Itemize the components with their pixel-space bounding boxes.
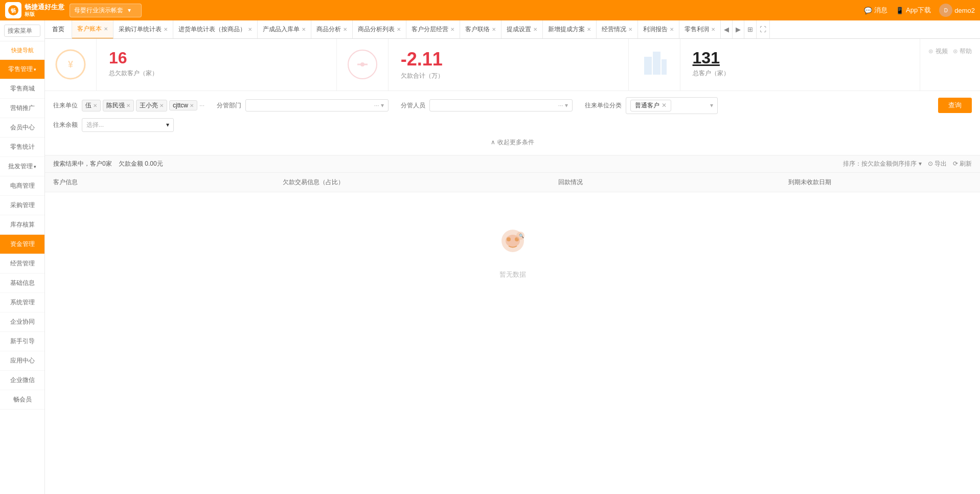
tab-product-inbound[interactable]: 产成品入库单 ✕ (258, 20, 311, 39)
logo-icon: 畅 (5, 2, 21, 18)
sidebar-item-retail-stats[interactable]: 零售统计 (0, 138, 44, 157)
sidebar-item-ecom-mgmt[interactable]: 电商管理 (0, 176, 44, 196)
tab-ops-status[interactable]: 经营情况 ✕ (597, 20, 638, 39)
close-tab-customer-tier[interactable]: ✕ (450, 27, 454, 32)
sidebar-item-corp-wechat[interactable]: 企业微信 (0, 371, 44, 390)
tab-profit-report[interactable]: 利润报告 ✕ (638, 20, 679, 39)
close-tab-product-analysis-list[interactable]: ✕ (397, 27, 401, 32)
empty-icon: 🔍 (492, 223, 533, 264)
tag-group: 伍 ✕ 陈民强 ✕ 王小亮 ✕ (82, 100, 204, 111)
more-tags-btn[interactable]: ··· (199, 102, 204, 109)
tab-new-plan[interactable]: 新增提成方案 ✕ (543, 20, 597, 39)
tab-nav-prev[interactable]: ◀ (721, 20, 733, 39)
close-tab-purchase-order[interactable]: ✕ (164, 27, 168, 32)
dept-arrow: ··· ▾ (374, 102, 384, 109)
sort-dropdown[interactable]: 排序：按欠款金额倒序排序 ▾ (843, 160, 922, 168)
dept-dropdown[interactable]: ··· ▾ (245, 99, 389, 111)
close-tab-customer-contact[interactable]: ✕ (492, 27, 496, 32)
remove-tag-wang[interactable]: ✕ (159, 103, 164, 108)
search-input[interactable] (4, 25, 40, 37)
refresh-btn[interactable]: ⟳ 刷新 (953, 160, 972, 168)
sidebar-item-retail-mall[interactable]: 零售商城 (0, 79, 44, 99)
data-table: 客户信息 欠款交易信息（占比） 回款情况 到期未收款日期 (45, 173, 980, 494)
close-tab-raise-settings[interactable]: ✕ (533, 27, 537, 32)
account-selector[interactable]: 母婴行业演示帐套 ▾ (70, 4, 142, 17)
summary-row: ¥ 16 总欠款客户（家） (45, 39, 980, 91)
close-tab-customer-account[interactable]: ✕ (104, 26, 108, 32)
query-button[interactable]: 查询 (938, 98, 972, 113)
sidebar-item-sys-mgmt[interactable]: 系统管理 (0, 293, 44, 312)
tag-wang[interactable]: 王小亮 ✕ (136, 100, 167, 111)
result-summary: 搜索结果中，客户0家 欠款金额 0.00元 (53, 160, 163, 168)
sidebar-item-marketing[interactable]: 营销推广 (0, 99, 44, 118)
tab-customer-tier[interactable]: 客户分层经营 ✕ (406, 20, 460, 39)
svg-point-5 (360, 62, 364, 66)
unit-class-tag[interactable]: 普通客户 ✕ (630, 100, 671, 111)
dept-label: 分管部门 (217, 101, 241, 110)
tab-raise-settings[interactable]: 提成设置 ✕ (502, 20, 543, 39)
sidebar-item-app-center[interactable]: 应用中心 (0, 351, 44, 371)
close-tab-retail-profit[interactable]: ✕ (711, 27, 715, 32)
tab-incoming-stats[interactable]: 进货单统计表（按商品） ✕ (173, 20, 258, 39)
sidebar-item-inventory[interactable]: 库存核算 (0, 215, 44, 235)
tab-home[interactable]: 首页 (45, 20, 72, 39)
remove-tag-cjttcw[interactable]: ✕ (190, 103, 194, 108)
remove-unit-class-tag[interactable]: ✕ (662, 102, 667, 109)
collapse-row: ∧ 收起更多条件 (53, 136, 972, 149)
sidebar-item-ops-mgmt[interactable]: 经营管理 (0, 254, 44, 274)
balance-select[interactable]: 选择... ▾ (82, 118, 174, 132)
tab-customer-account[interactable]: 客户账本 ✕ (72, 20, 113, 39)
close-tab-ops-status[interactable]: ✕ (628, 27, 632, 32)
tab-product-analysis-list[interactable]: 商品分析列表 ✕ (353, 20, 406, 39)
message-btn[interactable]: 💬 消息 (864, 6, 887, 15)
person-dropdown[interactable]: ··· ▾ (429, 99, 573, 111)
collapse-button[interactable]: ∧ 收起更多条件 (485, 136, 540, 149)
close-tab-product-inbound[interactable]: ✕ (302, 27, 306, 32)
avatar: D (939, 4, 952, 17)
sidebar-item-member-center[interactable]: 会员中心 (0, 118, 44, 138)
total-debt-label: 欠款合计（万） (401, 72, 444, 80)
sidebar-item-corp-collab[interactable]: 企业协同 (0, 312, 44, 332)
unit-class-dropdown[interactable]: 普通客户 ✕ ▾ (626, 97, 718, 114)
app-icon: 📱 (896, 7, 904, 14)
svg-rect-6 (644, 57, 652, 75)
sidebar-item-finance-mgmt[interactable]: 资金管理 (0, 235, 44, 254)
sidebar-item-vip-member[interactable]: 畅会员 (0, 390, 44, 410)
export-btn[interactable]: ⊙ 导出 (928, 160, 947, 168)
close-tab-incoming-stats[interactable]: ✕ (248, 27, 252, 32)
close-tab-new-plan[interactable]: ✕ (587, 27, 591, 32)
tag-chen[interactable]: 陈民强 ✕ (103, 100, 134, 111)
tag-wu[interactable]: 伍 ✕ (82, 100, 101, 111)
collapse-icon: ∧ (491, 139, 495, 146)
remove-tag-chen[interactable]: ✕ (126, 103, 130, 108)
sidebar-item-quick-nav[interactable]: 快捷导航 (0, 41, 44, 60)
filter-row-1: 往来单位 伍 ✕ 陈民强 ✕ (53, 97, 972, 114)
video-link[interactable]: ⊙ 视频 (928, 47, 947, 56)
empty-label: 暂无数据 (499, 270, 526, 279)
logo-text: 畅捷通好生意 标版 (25, 3, 64, 17)
top-bar: 畅 畅捷通好生意 标版 母婴行业演示帐套 ▾ 💬 消息 📱 App下载 D de… (0, 0, 980, 20)
tab-fullscreen[interactable]: ⛶ (757, 20, 770, 39)
unit-class-arrow: ▾ (710, 102, 713, 109)
tab-customer-contact[interactable]: 客户联络 ✕ (460, 20, 502, 39)
sidebar-item-retail-mgmt[interactable]: 零售管理 ▾ (0, 60, 44, 79)
tab-purchase-order[interactable]: 采购订单统计表 ✕ (113, 20, 173, 39)
tab-bar: 首页 客户账本 ✕ 采购订单统计表 ✕ 进货单统计表（按商品） ✕ 产成品入库单… (45, 20, 980, 39)
user-avatar-btn[interactable]: D demo2 (939, 4, 975, 17)
tab-product-analysis[interactable]: 商品分析 ✕ (311, 20, 353, 39)
app-download-btn[interactable]: 📱 App下载 (896, 6, 931, 15)
close-tab-profit-report[interactable]: ✕ (670, 27, 674, 32)
help-link[interactable]: ⊙ 帮助 (953, 47, 972, 56)
sort-arrow: ▾ (919, 160, 922, 167)
sidebar-item-purchase-mgmt[interactable]: 采购管理 (0, 196, 44, 215)
sort-label-text: 排序：按欠款金额倒序排序 (843, 160, 917, 168)
tag-cjttcw[interactable]: cjttcw ✕ (169, 100, 197, 110)
sidebar-item-new-guide[interactable]: 新手引导 (0, 332, 44, 351)
tab-nav-next[interactable]: ▶ (733, 20, 744, 39)
tab-retail-profit[interactable]: 零售利润 ✕ (679, 20, 721, 39)
remove-tag-wu[interactable]: ✕ (93, 103, 97, 108)
sidebar-item-wholesale-mgmt[interactable]: 批发管理 ▾ (0, 157, 44, 176)
close-tab-product-analysis[interactable]: ✕ (343, 27, 347, 32)
sidebar-item-basic-info[interactable]: 基础信息 (0, 274, 44, 293)
tab-nav-menu[interactable]: ⊞ (744, 20, 757, 39)
